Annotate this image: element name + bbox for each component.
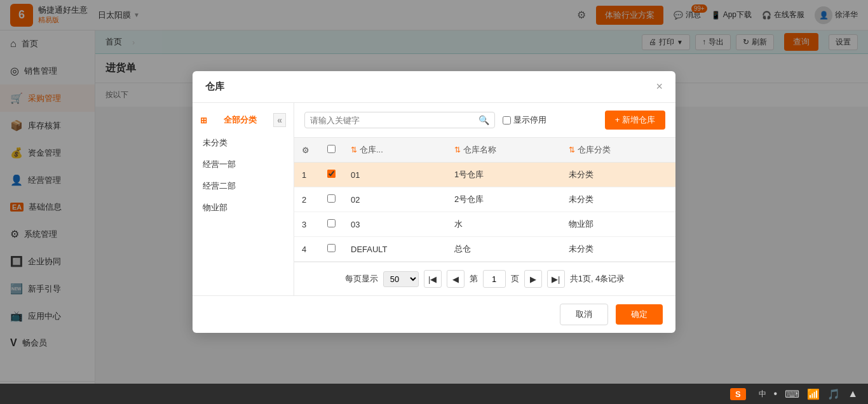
sort-icon-category: ⇅ xyxy=(569,145,575,154)
page-first-button[interactable]: |◀ xyxy=(424,270,442,288)
cancel-button[interactable]: 取消 xyxy=(560,304,608,325)
modal-close-icon[interactable]: × xyxy=(656,80,663,93)
content-panel: 🔍 显示停用 + 新增仓库 ⚙ xyxy=(294,103,675,295)
modal-footer: 取消 确定 xyxy=(193,295,675,333)
cell-no-3: 4 xyxy=(294,237,320,262)
th-code[interactable]: ⇅ 仓库... xyxy=(343,138,447,163)
taskbar-network-icon[interactable]: 📶 xyxy=(807,388,820,400)
page-number-input[interactable] xyxy=(483,270,506,288)
cell-name-3: 总仓 xyxy=(447,237,561,262)
th-name-sort[interactable]: ⇅ 仓库名称 xyxy=(454,144,553,156)
th-settings[interactable]: ⚙ xyxy=(294,138,320,163)
table-row[interactable]: 4 DEFAULT 总仓 未分类 xyxy=(294,237,675,262)
modal-title: 仓库 xyxy=(205,81,224,93)
taskbar-up-icon[interactable]: ▲ xyxy=(848,388,858,400)
cat-label-1: 经营一部 xyxy=(203,159,236,169)
category-grid-icon: ⊞ xyxy=(200,116,207,125)
search-input[interactable] xyxy=(310,116,475,125)
cat-label-3: 物业部 xyxy=(203,203,227,212)
modal-header: 仓库 × xyxy=(193,71,675,103)
category-collapse-icon[interactable]: « xyxy=(273,113,286,127)
table-row[interactable]: 3 03 水 物业部 xyxy=(294,212,675,237)
per-page-label: 每页显示 xyxy=(345,273,378,285)
new-warehouse-button[interactable]: + 新增仓库 xyxy=(605,111,665,130)
content-toolbar: 🔍 显示停用 + 新增仓库 xyxy=(294,103,675,138)
page-next-button[interactable]: ▶ xyxy=(524,270,542,288)
th-category-sort[interactable]: ⇅ 仓库分类 xyxy=(569,144,668,156)
taskbar-logo: S xyxy=(730,388,746,400)
cell-name-2: 水 xyxy=(447,212,561,237)
cell-code-1: 02 xyxy=(343,187,447,212)
warehouse-table: ⚙ ⇅ 仓库... xyxy=(294,138,675,262)
page-label-post: 页 xyxy=(511,273,519,285)
cell-checkbox-1[interactable] xyxy=(320,187,343,212)
page-last-button[interactable]: ▶| xyxy=(547,270,565,288)
cell-code-0: 01 xyxy=(343,163,447,187)
modal-overlay[interactable]: 仓库 × ⊞ 全部分类 « 未分类 经营一部 经营二部 xyxy=(0,0,868,404)
modal-body: ⊞ 全部分类 « 未分类 经营一部 经营二部 物业部 xyxy=(193,103,675,295)
page-total-info: 共1页, 4条记录 xyxy=(570,273,625,285)
cell-checkbox-0[interactable] xyxy=(320,163,343,187)
show-disabled-label[interactable]: 显示停用 xyxy=(503,114,546,126)
category-all-label: 全部分类 xyxy=(224,114,257,126)
show-disabled-checkbox[interactable] xyxy=(503,116,511,125)
cell-category-3: 未分类 xyxy=(561,237,675,262)
category-item-2[interactable]: 经营二部 xyxy=(193,175,294,197)
cell-category-1: 未分类 xyxy=(561,187,675,212)
category-all-header[interactable]: ⊞ 全部分类 « xyxy=(193,108,294,132)
th-name[interactable]: ⇅ 仓库名称 xyxy=(447,138,561,163)
confirm-button[interactable]: 确定 xyxy=(616,304,663,325)
th-category[interactable]: ⇅ 仓库分类 xyxy=(561,138,675,163)
search-icon[interactable]: 🔍 xyxy=(478,115,489,125)
show-disabled-text: 显示停用 xyxy=(513,114,546,126)
th-checkbox[interactable] xyxy=(320,138,343,163)
category-item-1[interactable]: 经营一部 xyxy=(193,154,294,175)
cell-code-3: DEFAULT xyxy=(343,237,447,262)
cell-category-2: 物业部 xyxy=(561,212,675,237)
cat-label-2: 经营二部 xyxy=(203,181,236,191)
taskbar-keyboard-icon[interactable]: ⌨ xyxy=(785,388,799,400)
taskbar: S 中 • ⌨ 📶 🎵 ▲ xyxy=(0,384,868,404)
category-item-0[interactable]: 未分类 xyxy=(193,132,294,154)
select-all-checkbox[interactable] xyxy=(327,145,336,153)
table-row[interactable]: 1 01 1号仓库 未分类 xyxy=(294,163,675,187)
taskbar-volume-icon[interactable]: 🎵 xyxy=(827,388,840,400)
taskbar-lang[interactable]: 中 xyxy=(759,389,766,400)
cell-name-1: 2号仓库 xyxy=(447,187,561,212)
cell-category-0: 未分类 xyxy=(561,163,675,187)
cell-no-0: 1 xyxy=(294,163,320,187)
category-panel: ⊞ 全部分类 « 未分类 经营一部 经营二部 物业部 xyxy=(193,103,294,295)
th-code-sort[interactable]: ⇅ 仓库... xyxy=(351,144,439,156)
page-label-pre: 第 xyxy=(470,273,478,285)
cell-checkbox-2[interactable] xyxy=(320,212,343,237)
cell-checkbox-3[interactable] xyxy=(320,237,343,262)
taskbar-dot-icon: • xyxy=(774,388,778,400)
pagination: 每页显示 50 100 200 |◀ ◀ 第 页 ▶ ▶| 共1页, 4条记录 xyxy=(294,262,675,295)
table-row[interactable]: 2 02 2号仓库 未分类 xyxy=(294,187,675,212)
sort-icon-name: ⇅ xyxy=(454,145,461,154)
table-wrap: ⚙ ⇅ 仓库... xyxy=(294,138,675,262)
cell-no-1: 2 xyxy=(294,187,320,212)
category-item-3[interactable]: 物业部 xyxy=(193,197,294,219)
search-box: 🔍 xyxy=(304,112,495,128)
cell-no-2: 3 xyxy=(294,212,320,237)
cell-code-2: 03 xyxy=(343,212,447,237)
cell-name-0: 1号仓库 xyxy=(447,163,561,187)
cat-label-0: 未分类 xyxy=(203,138,227,147)
per-page-select[interactable]: 50 100 200 xyxy=(383,271,419,287)
page-prev-button[interactable]: ◀ xyxy=(447,270,465,288)
warehouse-modal: 仓库 × ⊞ 全部分类 « 未分类 经营一部 经营二部 xyxy=(193,71,675,333)
sort-icon-code: ⇅ xyxy=(351,145,357,154)
